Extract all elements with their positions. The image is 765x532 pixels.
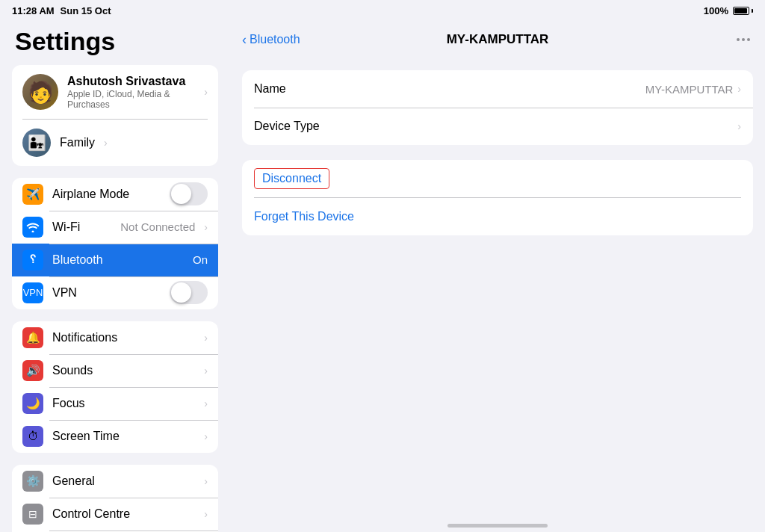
controlcentre-icon: ⊟ xyxy=(22,504,43,525)
sounds-icon: 🔊 xyxy=(22,360,43,381)
wifi-value: Not Connected xyxy=(120,220,195,233)
info-card: Name MY-KAMPUTTAR › Device Type › xyxy=(242,70,753,145)
detail-content: Name MY-KAMPUTTAR › Device Type › Discon… xyxy=(230,58,765,519)
back-chevron-icon: ‹ xyxy=(242,32,247,48)
profile-chevron: › xyxy=(204,86,208,98)
general-icon: ⚙️ xyxy=(22,471,43,492)
notifications-label: Notifications xyxy=(52,331,195,344)
dots-menu[interactable] xyxy=(734,35,753,44)
back-label: Bluetooth xyxy=(250,33,300,46)
forget-row[interactable]: Forget This Device xyxy=(242,198,753,235)
screentime-icon: ⏱ xyxy=(22,426,43,447)
airplane-icon: ✈️ xyxy=(22,184,43,205)
actions-card: Disconnect Forget This Device xyxy=(242,160,753,235)
detail-header: ‹ Bluetooth MY-KAMPUTTAR xyxy=(230,21,765,58)
airplane-label: Airplane Mode xyxy=(52,188,161,201)
sidebar-item-sounds[interactable]: 🔊 Sounds › xyxy=(12,354,218,387)
general-label: General xyxy=(52,474,195,488)
time: 11:28 AM xyxy=(12,5,55,16)
sidebar: Settings 🧑 Ashutosh Srivastava Apple ID,… xyxy=(0,21,230,532)
wifi-label: Wi-Fi xyxy=(52,220,111,234)
profile-subtitle: Apple ID, iCloud, Media & Purchases xyxy=(67,89,195,110)
airplane-toggle[interactable] xyxy=(170,182,208,205)
screentime-label: Screen Time xyxy=(52,430,195,443)
date: Sun 15 Oct xyxy=(61,5,111,16)
sidebar-item-airplane[interactable]: ✈️ Airplane Mode xyxy=(12,178,218,211)
focus-label: Focus xyxy=(52,397,195,410)
vpn-icon: VPN xyxy=(22,282,43,303)
devicetype-row[interactable]: Device Type › xyxy=(242,108,753,145)
focus-chevron: › xyxy=(204,398,208,409)
name-label: Name xyxy=(254,82,645,96)
bluetooth-value: On xyxy=(193,253,208,266)
notifications-chevron: › xyxy=(204,332,208,344)
general-chevron: › xyxy=(204,475,208,487)
home-bar xyxy=(447,524,548,528)
wifi-icon xyxy=(22,217,43,238)
right-panel: ‹ Bluetooth MY-KAMPUTTAR Name MY-KAMPUTT… xyxy=(230,21,765,532)
family-avatar: 👨‍👧 xyxy=(22,129,51,157)
wifi-chevron: › xyxy=(204,221,208,233)
bluetooth-label: Bluetooth xyxy=(52,253,184,267)
notifications-icon: 🔔 xyxy=(22,327,43,348)
sidebar-item-general[interactable]: ⚙️ General › xyxy=(12,465,218,498)
name-row[interactable]: Name MY-KAMPUTTAR › xyxy=(242,70,753,108)
sounds-chevron: › xyxy=(204,365,208,377)
controlcentre-label: Control Centre xyxy=(52,507,195,521)
name-chevron: › xyxy=(737,83,741,95)
sidebar-item-bluetooth[interactable]: ␦ Bluetooth On xyxy=(12,244,218,276)
settings-title: Settings xyxy=(12,21,218,65)
network-group: ✈️ Airplane Mode Wi-Fi Not Connected › xyxy=(12,178,218,309)
sidebar-item-wifi[interactable]: Wi-Fi Not Connected › xyxy=(12,211,218,244)
screentime-chevron: › xyxy=(204,430,208,442)
sidebar-item-vpn[interactable]: VPN VPN xyxy=(12,276,218,309)
dot1 xyxy=(737,38,740,41)
family-chevron: › xyxy=(104,137,108,149)
status-bar: 11:28 AM Sun 15 Oct 100% xyxy=(0,0,765,21)
bluetooth-icon: ␦ xyxy=(22,250,43,270)
notifications-group: 🔔 Notifications › 🔊 Sounds › 🌙 Focus › ⏱… xyxy=(12,321,218,453)
sidebar-item-focus[interactable]: 🌙 Focus › xyxy=(12,387,218,420)
vpn-label: VPN xyxy=(52,286,161,300)
controlcentre-chevron: › xyxy=(204,508,208,520)
disconnect-button[interactable]: Disconnect xyxy=(254,168,329,189)
battery-percent: 100% xyxy=(704,5,728,16)
family-label: Family xyxy=(60,136,95,149)
focus-icon: 🌙 xyxy=(22,393,43,414)
profile-avatar: 🧑 xyxy=(22,74,58,110)
sidebar-item-notifications[interactable]: 🔔 Notifications › xyxy=(12,321,218,354)
sidebar-item-controlcentre[interactable]: ⊟ Control Centre › xyxy=(12,498,218,531)
sidebar-item-screentime[interactable]: ⏱ Screen Time › xyxy=(12,420,218,453)
system-group: ⚙️ General › ⊟ Control Centre › ☀️ Displ… xyxy=(12,465,218,533)
detail-title: MY-KAMPUTTAR xyxy=(447,32,549,47)
back-button[interactable]: ‹ Bluetooth xyxy=(242,32,300,48)
family-item[interactable]: 👨‍👧 Family › xyxy=(12,120,218,166)
profile-section: 🧑 Ashutosh Srivastava Apple ID, iCloud, … xyxy=(12,65,218,166)
sounds-label: Sounds xyxy=(52,364,195,377)
devicetype-label: Device Type xyxy=(254,120,733,133)
vpn-toggle[interactable] xyxy=(170,281,208,304)
profile-item[interactable]: 🧑 Ashutosh Srivastava Apple ID, iCloud, … xyxy=(12,65,218,119)
name-value: MY-KAMPUTTAR xyxy=(645,83,734,96)
home-indicator xyxy=(230,519,765,532)
forget-label[interactable]: Forget This Device xyxy=(254,210,354,223)
devicetype-chevron: › xyxy=(737,120,741,132)
battery-icon xyxy=(733,7,753,15)
disconnect-row[interactable]: Disconnect xyxy=(242,160,753,197)
dot3 xyxy=(747,38,750,41)
dot2 xyxy=(742,38,745,41)
profile-name: Ashutosh Srivastava xyxy=(67,75,195,88)
